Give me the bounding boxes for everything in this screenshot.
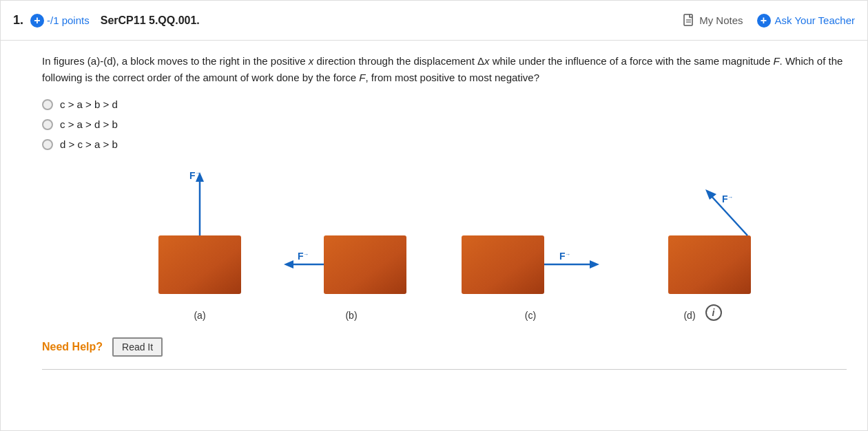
option-2-label: c > a > d > b bbox=[60, 118, 118, 130]
radio-1[interactable] bbox=[42, 99, 53, 110]
radio-2[interactable] bbox=[42, 119, 53, 130]
svg-rect-7 bbox=[158, 235, 241, 294]
svg-text:→: → bbox=[195, 170, 200, 176]
page-wrapper: 1. + -/1 points SerCP11 5.QQ.001. My Not… bbox=[0, 0, 868, 431]
svg-line-19 bbox=[710, 194, 747, 235]
ask-teacher-label: Ask Your Teacher bbox=[775, 14, 855, 26]
option-1[interactable]: c > a > b > d bbox=[42, 98, 847, 110]
question-id: SerCP11 5.QQ.001. bbox=[101, 14, 683, 27]
ask-plus-icon: + bbox=[757, 14, 771, 28]
radio-3[interactable] bbox=[42, 139, 53, 150]
svg-rect-18 bbox=[668, 235, 751, 294]
svg-rect-8 bbox=[324, 235, 406, 294]
svg-text:→: → bbox=[727, 194, 733, 200]
question-number: 1. bbox=[13, 13, 23, 28]
figure-c-svg: F → bbox=[455, 167, 606, 304]
figure-a-label: (a) bbox=[194, 310, 205, 321]
header-right: My Notes + Ask Your Teacher bbox=[683, 14, 855, 28]
svg-rect-13 bbox=[462, 235, 544, 294]
header-bar: 1. + -/1 points SerCP11 5.QQ.001. My Not… bbox=[1, 1, 867, 41]
figure-c: F → (c) bbox=[455, 167, 606, 321]
figure-d-svg: F → bbox=[641, 167, 765, 304]
need-help-section: Need Help? Read It bbox=[42, 337, 847, 357]
my-notes-label: My Notes bbox=[699, 14, 743, 26]
plus-icon: + bbox=[30, 14, 44, 28]
question-text: In figures (a)-(d), a block moves to the… bbox=[42, 53, 847, 86]
info-circle[interactable]: i bbox=[705, 304, 722, 321]
need-help-label: Need Help? bbox=[42, 341, 103, 353]
svg-marker-10 bbox=[284, 260, 293, 269]
figures-row: F → (a) bbox=[70, 167, 847, 321]
options-list: c > a > b > d c > a > d > b d > c > a > … bbox=[42, 98, 847, 150]
document-icon bbox=[683, 14, 695, 28]
option-2[interactable]: c > a > d > b bbox=[42, 118, 847, 130]
option-1-label: c > a > b > d bbox=[60, 98, 118, 110]
figure-b-label: (b) bbox=[345, 310, 357, 321]
svg-text:→: → bbox=[303, 251, 309, 257]
my-notes-button[interactable]: My Notes bbox=[683, 14, 743, 28]
read-it-button[interactable]: Read It bbox=[112, 337, 163, 357]
content-area: In figures (a)-(d), a block moves to the… bbox=[1, 41, 867, 383]
figure-a: F → (a) bbox=[152, 167, 248, 321]
option-3-label: d > c > a > b bbox=[60, 138, 118, 150]
points-button[interactable]: + -/1 points bbox=[30, 14, 90, 28]
figure-c-label: (c) bbox=[525, 310, 536, 321]
bottom-divider bbox=[42, 369, 847, 370]
svg-marker-15 bbox=[590, 260, 599, 269]
svg-marker-20 bbox=[705, 189, 716, 200]
points-label: -/1 points bbox=[47, 14, 90, 26]
figure-a-svg: F → bbox=[152, 167, 248, 304]
ask-teacher-button[interactable]: + Ask Your Teacher bbox=[757, 14, 855, 28]
option-3[interactable]: d > c > a > b bbox=[42, 138, 847, 150]
figure-d: F → (d) i bbox=[641, 167, 765, 321]
figure-b: F → (b) bbox=[282, 167, 420, 321]
svg-text:→: → bbox=[565, 251, 570, 257]
figure-d-label: (d) bbox=[683, 310, 695, 321]
figure-b-svg: F → bbox=[282, 167, 420, 304]
